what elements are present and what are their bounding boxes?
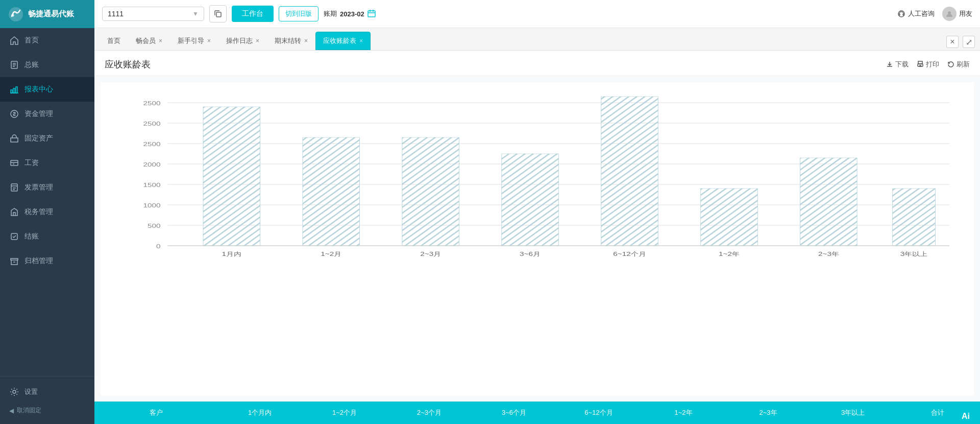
svg-rect-12 xyxy=(11,160,18,166)
sidebar-item-home[interactable]: 首页 xyxy=(0,28,94,53)
svg-rect-58 xyxy=(701,189,757,246)
sidebar-item-tax[interactable]: 税务管理 xyxy=(0,200,94,224)
app-header: 1111 ▼ 工作台 切到旧版 账期 2023-02 人工咨询 用友 xyxy=(94,0,980,28)
sidebar-bottom: 设置 ◀ 取消固定 xyxy=(0,376,94,424)
sidebar-item-salary[interactable]: 工资 xyxy=(0,151,94,175)
col-3y-plus: 3年以上 xyxy=(811,408,895,417)
print-label: 打印 xyxy=(926,60,939,69)
logo-icon xyxy=(8,6,24,22)
svg-text:1500: 1500 xyxy=(143,182,160,188)
invoice-icon xyxy=(9,182,19,193)
svg-rect-50 xyxy=(303,137,359,246)
svg-text:2000: 2000 xyxy=(143,161,160,168)
svg-text:1~2月: 1~2月 xyxy=(321,251,341,257)
tab-closing[interactable]: 期末结转 × xyxy=(267,32,315,50)
consult-btn[interactable]: 人工咨询 xyxy=(897,9,935,18)
headset-icon xyxy=(897,10,905,18)
refresh-btn[interactable]: 刷新 xyxy=(947,60,970,69)
svg-rect-52 xyxy=(402,137,459,246)
tab-aging-close[interactable]: × xyxy=(359,38,363,44)
tab-closing-close[interactable]: × xyxy=(304,38,308,44)
svg-rect-62 xyxy=(893,189,936,246)
svg-text:1月内: 1月内 xyxy=(222,251,241,257)
sidebar-item-funds-label: 资金管理 xyxy=(24,109,53,119)
svg-rect-15 xyxy=(11,184,17,191)
tab-aging[interactable]: 应收账龄表 × xyxy=(315,32,371,50)
pin-icon: ◀ xyxy=(9,407,14,414)
print-btn[interactable]: 打印 xyxy=(917,60,939,69)
expand-tab-btn[interactable]: ⤢ xyxy=(963,36,975,48)
ai-badge-label: Ai xyxy=(962,412,970,420)
page-content: 应收账龄表 下载 打印 刷新 xyxy=(94,51,980,424)
sidebar-item-tax-label: 税务管理 xyxy=(24,207,53,217)
svg-point-1 xyxy=(12,14,14,16)
company-name: 1111 xyxy=(108,10,192,18)
ai-badge[interactable]: Ai xyxy=(951,409,980,424)
svg-text:6~12个月: 6~12个月 xyxy=(613,251,646,257)
svg-text:3~6月: 3~6月 xyxy=(520,251,541,257)
main-area: 1111 ▼ 工作台 切到旧版 账期 2023-02 人工咨询 用友 xyxy=(94,0,980,424)
company-dropdown-arrow: ▼ xyxy=(192,10,199,17)
refresh-label: 刷新 xyxy=(957,60,970,69)
workbench-button[interactable]: 工作台 xyxy=(232,6,274,22)
cancel-fixed-btn[interactable]: ◀ 取消固定 xyxy=(0,402,94,419)
col-2-3m: 2~3个月 xyxy=(387,408,472,417)
cancel-fixed-label: 取消固定 xyxy=(17,406,41,415)
sidebar-item-closing[interactable]: 结账 xyxy=(0,224,94,249)
version-switch-button[interactable]: 切到旧版 xyxy=(279,6,318,21)
svg-rect-20 xyxy=(216,12,221,17)
copy-btn[interactable] xyxy=(209,5,227,22)
svg-rect-56 xyxy=(601,97,658,246)
sidebar-item-invoice[interactable]: 发票管理 xyxy=(0,175,94,200)
close-tab-btn[interactable]: × xyxy=(946,36,959,48)
sidebar-item-funds[interactable]: 资金管理 xyxy=(0,102,94,126)
sidebar-item-archive[interactable]: 归档管理 xyxy=(0,249,94,273)
tab-aging-label: 应收账龄表 xyxy=(323,36,356,45)
sidebar-nav: 首页 总账 报表中心 资金管理 固定资产 xyxy=(0,28,94,376)
sidebar-item-ledger-label: 总账 xyxy=(24,60,39,69)
app-logo: 畅捷通易代账 xyxy=(0,0,94,28)
tab-member[interactable]: 畅会员 × xyxy=(128,32,170,50)
sidebar-item-settings[interactable]: 设置 xyxy=(0,382,94,402)
sidebar-item-closing-label: 结账 xyxy=(24,232,39,241)
home-icon xyxy=(9,35,19,45)
company-selector[interactable]: 1111 ▼ xyxy=(102,7,204,21)
tabs-actions: × ⤢ xyxy=(946,36,975,50)
tab-log-close[interactable]: × xyxy=(256,38,259,44)
reports-icon xyxy=(9,84,19,95)
svg-text:2500: 2500 xyxy=(143,121,160,127)
sidebar-item-salary-label: 工资 xyxy=(24,158,39,168)
download-btn[interactable]: 下载 xyxy=(886,60,909,69)
tab-member-close[interactable]: × xyxy=(159,38,162,44)
user-menu[interactable]: 用友 xyxy=(942,7,972,21)
sidebar-item-reports[interactable]: 报表中心 xyxy=(0,77,94,102)
svg-text:2~3年: 2~3年 xyxy=(818,251,839,257)
closing-icon xyxy=(9,231,19,242)
tab-log[interactable]: 操作日志 × xyxy=(218,32,267,50)
svg-text:2500: 2500 xyxy=(143,100,160,106)
salary-icon xyxy=(9,158,19,168)
svg-point-0 xyxy=(9,7,23,21)
sidebar-item-assets[interactable]: 固定资产 xyxy=(0,126,94,151)
settings-icon xyxy=(9,387,19,397)
table-header: 客户 1个月内 1~2个月 2~3个月 3~6个月 6~12个月 1~2年 2~… xyxy=(94,402,980,424)
sidebar-item-settings-label: 设置 xyxy=(24,387,38,396)
calendar-icon[interactable] xyxy=(368,9,376,19)
tab-home-label: 首页 xyxy=(107,36,120,45)
sidebar-item-ledger[interactable]: 总账 xyxy=(0,53,94,77)
chart-container: 2500 2500 2500 2000 1500 1000 500 0 1月内 … xyxy=(101,82,974,395)
svg-text:1~2年: 1~2年 xyxy=(719,251,740,257)
ledger-icon xyxy=(9,60,19,70)
col-2-3y: 2~3年 xyxy=(726,408,811,417)
svg-text:500: 500 xyxy=(148,223,161,229)
sidebar-item-assets-label: 固定资产 xyxy=(24,134,53,143)
sidebar-item-home-label: 首页 xyxy=(24,36,39,45)
tab-guide[interactable]: 新手引导 × xyxy=(170,32,218,50)
download-icon xyxy=(886,61,893,68)
sidebar: 畅捷通易代账 首页 总账 报表中心 资金管理 xyxy=(0,0,94,424)
sidebar-item-reports-label: 报表中心 xyxy=(24,85,53,94)
tab-guide-close[interactable]: × xyxy=(207,38,211,44)
page-header: 应收账龄表 下载 打印 刷新 xyxy=(94,51,980,76)
tab-home[interactable]: 首页 xyxy=(100,32,128,50)
bar-chart: 2500 2500 2500 2000 1500 1000 500 0 1月内 … xyxy=(111,92,964,276)
